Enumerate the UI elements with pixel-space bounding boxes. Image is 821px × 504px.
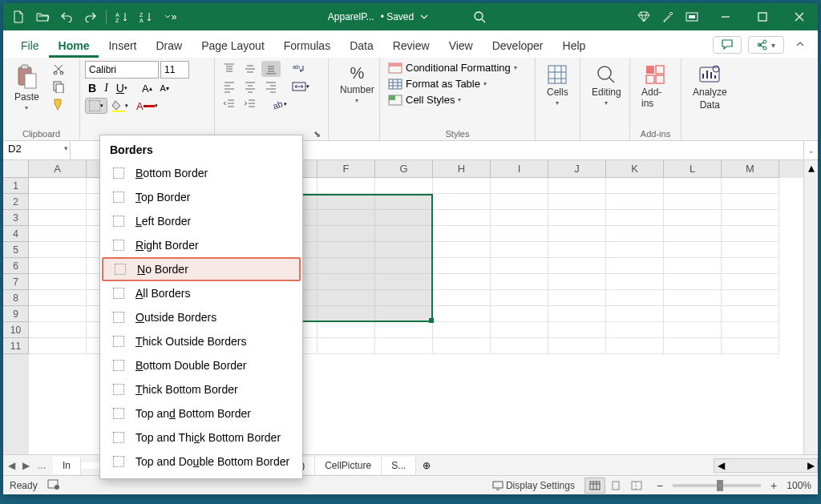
zoom-slider[interactable] <box>673 484 761 487</box>
collapse-ribbon-icon[interactable] <box>791 35 810 54</box>
decrease-font-icon[interactable]: A▾ <box>157 82 172 95</box>
diamond-icon[interactable] <box>632 3 656 30</box>
scroll-up-icon[interactable]: ▴ <box>804 160 818 175</box>
align-top-icon[interactable] <box>220 61 239 77</box>
page-layout-view-icon[interactable] <box>605 478 626 494</box>
col-header[interactable]: M <box>722 160 779 178</box>
row-header[interactable]: 4 <box>3 226 29 242</box>
maximize-button[interactable] <box>744 3 781 30</box>
row-header[interactable]: 6 <box>3 258 29 274</box>
vertical-scrollbar[interactable]: ▴ <box>803 160 818 454</box>
share-button[interactable]: ▾ <box>748 36 784 54</box>
number-format-button[interactable]: % Number ▾ <box>334 61 381 107</box>
select-all-corner[interactable] <box>3 160 29 178</box>
name-box[interactable]: D2 ▾ <box>3 141 71 159</box>
sort-desc-icon[interactable]: ZA <box>134 3 158 30</box>
cells-button[interactable]: Cells ▾ <box>540 61 575 110</box>
close-button[interactable] <box>781 3 818 30</box>
align-middle-icon[interactable] <box>241 61 260 77</box>
col-header[interactable]: I <box>491 160 548 178</box>
align-center-icon[interactable] <box>241 79 260 95</box>
row-header[interactable]: 2 <box>3 194 29 210</box>
tab-file[interactable]: File <box>11 34 49 58</box>
zoom-level[interactable]: 100% <box>787 480 811 491</box>
sheet-nav-prev-icon[interactable]: ◀ <box>8 460 19 471</box>
borders-menu-item[interactable]: Bottom Border <box>100 161 302 185</box>
borders-button[interactable]: ▾ <box>85 98 107 114</box>
qat-overflow-icon[interactable]: » <box>158 3 182 30</box>
borders-menu-item[interactable]: Thick Bottom Border <box>100 377 302 401</box>
borders-menu-item[interactable]: Outside Borders <box>100 305 302 329</box>
analyze-data-button[interactable]: Analyze Data <box>686 61 734 114</box>
sheet-tab[interactable] <box>81 462 101 469</box>
align-bottom-icon[interactable] <box>261 61 281 77</box>
horizontal-scrollbar[interactable]: ◀ ▶ <box>714 458 818 473</box>
underline-button[interactable]: U ▾ <box>113 80 131 96</box>
cut-icon[interactable] <box>49 61 68 77</box>
row-header[interactable]: 10 <box>3 322 29 338</box>
sheet-nav-more-icon[interactable]: … <box>37 460 48 471</box>
wrap-text-button[interactable]: ab <box>289 61 309 77</box>
row-header[interactable]: 3 <box>3 210 29 226</box>
sheet-nav-next-icon[interactable]: ▶ <box>22 460 34 471</box>
tab-view[interactable]: View <box>439 34 483 58</box>
macro-record-icon[interactable] <box>47 478 60 492</box>
editing-button[interactable]: Editing ▾ <box>585 61 628 110</box>
borders-menu-item[interactable]: Top Border <box>100 185 302 209</box>
tab-insert[interactable]: Insert <box>99 34 146 58</box>
tab-review[interactable]: Review <box>383 34 439 58</box>
col-header[interactable]: A <box>29 160 87 178</box>
col-header[interactable]: J <box>548 160 606 178</box>
scroll-right-icon[interactable]: ▶ <box>804 460 817 471</box>
zoom-out-button[interactable]: − <box>657 479 663 492</box>
conditional-formatting-button[interactable]: Conditional Formatting▾ <box>385 61 520 75</box>
ribbon-display-icon[interactable] <box>680 3 704 30</box>
sheet-tab[interactable]: CellPicture <box>315 457 382 474</box>
tab-formulas[interactable]: Formulas <box>274 34 340 58</box>
tab-data[interactable]: Data <box>340 34 383 58</box>
align-right-icon[interactable] <box>261 79 281 95</box>
borders-menu-item[interactable]: Bottom Double Border <box>100 353 302 377</box>
row-header[interactable]: 11 <box>3 338 29 354</box>
new-sheet-button[interactable]: ⊕ <box>416 460 437 471</box>
page-break-view-icon[interactable] <box>626 478 647 494</box>
borders-menu-item[interactable]: All Borders <box>100 281 302 305</box>
borders-menu-item[interactable]: Left Border <box>100 209 302 233</box>
fill-color-button[interactable]: ▾ <box>109 98 131 114</box>
increase-indent-icon[interactable] <box>241 96 260 112</box>
eyedropper-icon[interactable] <box>656 3 680 30</box>
row-header[interactable]: 8 <box>3 290 29 306</box>
display-settings-button[interactable]: Display Settings <box>492 480 575 491</box>
row-header[interactable]: 9 <box>3 306 29 322</box>
row-header[interactable]: 1 <box>3 178 29 194</box>
bold-button[interactable]: B <box>85 80 99 96</box>
undo-icon[interactable] <box>55 3 79 30</box>
col-header[interactable]: K <box>606 160 664 178</box>
col-header[interactable]: L <box>664 160 722 178</box>
borders-menu-item[interactable]: Top and Bottom Border <box>100 401 302 425</box>
paste-button[interactable]: Paste ▾ <box>8 61 46 115</box>
increase-font-icon[interactable]: A▴ <box>139 81 156 96</box>
borders-menu-item[interactable]: No Border <box>102 257 301 281</box>
tab-page-layout[interactable]: Page Layout <box>192 34 274 58</box>
col-header[interactable]: G <box>375 160 433 178</box>
sheet-tab[interactable]: In <box>53 457 81 474</box>
merge-center-button[interactable]: ▾ <box>289 79 313 95</box>
decrease-indent-icon[interactable] <box>220 96 239 112</box>
col-header[interactable]: H <box>433 160 491 178</box>
minimize-button[interactable] <box>707 3 744 30</box>
font-size-input[interactable] <box>160 61 189 79</box>
new-file-icon[interactable] <box>6 3 30 30</box>
chevron-down-icon[interactable] <box>420 14 428 20</box>
borders-menu-item[interactable]: Right Border <box>100 233 302 257</box>
sort-asc-icon[interactable]: AZ <box>110 3 134 30</box>
row-header[interactable]: 5 <box>3 242 29 258</box>
orientation-icon[interactable]: ab▾ <box>268 96 290 112</box>
italic-button[interactable]: I <box>101 80 111 96</box>
scroll-left-icon[interactable]: ◀ <box>714 460 727 471</box>
align-left-icon[interactable] <box>220 79 239 95</box>
comments-button[interactable] <box>713 36 742 54</box>
format-painter-icon[interactable] <box>49 96 68 112</box>
font-color-button[interactable]: A▾ <box>133 99 161 114</box>
tab-help[interactable]: Help <box>553 34 596 58</box>
